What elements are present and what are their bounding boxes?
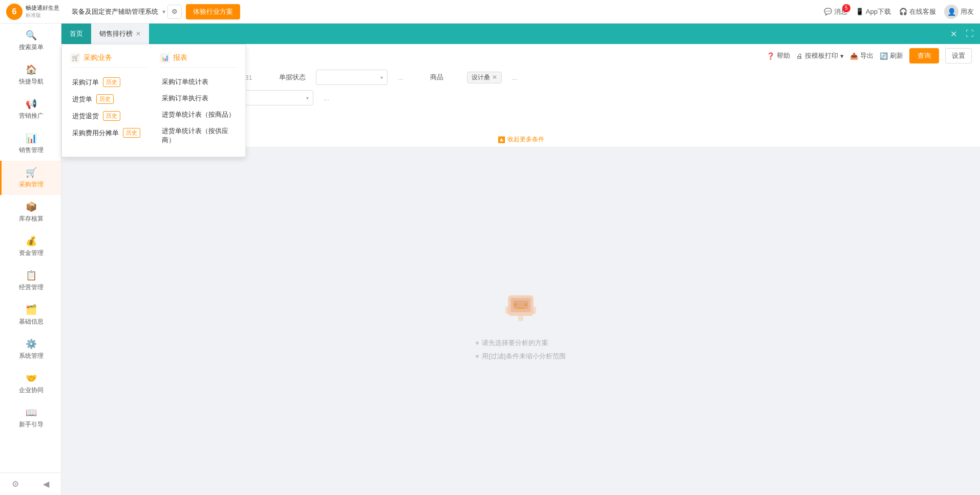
salesperson-dots[interactable]: ... xyxy=(324,94,329,102)
sidebar-label-basic: 基础信息 xyxy=(19,317,44,326)
message-button[interactable]: 💬 消息 5 xyxy=(824,7,847,16)
empty-state-text: 请先选择要分析的方案 用[过滤]条件来缩小分析范围 xyxy=(476,336,565,363)
refresh-label: 刷新 xyxy=(890,51,903,60)
svg-rect-6 xyxy=(518,316,523,321)
user-label: 用友 xyxy=(961,7,974,16)
bill-status-select[interactable]: ▾ xyxy=(316,70,388,85)
report-col-title: 📊 报表 xyxy=(160,53,237,68)
purchase-incoming-history[interactable]: 历史 xyxy=(96,94,114,104)
query-button[interactable]: 查询 xyxy=(909,48,939,63)
empty-line-2: 用[过滤]条件来缩小分析范围 xyxy=(476,350,565,363)
purchase-dropdown-menu: 🛒 采购业务 采购订单 历史 进货单 历史 进货退货 历史 xyxy=(61,44,246,157)
purchase-business-col: 🛒 采购业务 采购订单 历史 进货单 历史 进货退货 历史 xyxy=(70,53,147,148)
svg-rect-7 xyxy=(505,307,509,314)
tab-bar-right: ✕ ⛶ xyxy=(947,28,980,40)
report-col: 📊 报表 采购订单统计表 采购订单执行表 进货单统计表（按商品） 进货单统计表（… xyxy=(160,53,237,148)
sidebar-label-purchase: 采购管理 xyxy=(19,180,44,189)
incoming-stat-goods-item[interactable]: 进货单统计表（按商品） xyxy=(160,106,237,123)
system-title-area: 装备及固定资产辅助管理系统 ▾ xyxy=(72,7,165,16)
sidebar-item-system[interactable]: ⚙️ 系统管理 xyxy=(0,332,61,367)
sidebar: 🔍 搜索菜单 🏠 快捷导航 📢 营销推广 📊 销售管理 🛒 采购管理 📦 库存核… xyxy=(0,24,61,495)
help-button[interactable]: ❓ 帮助 xyxy=(766,51,790,60)
industry-plan-button[interactable]: 体验行业方案 xyxy=(186,4,240,19)
system-title-arrow-icon[interactable]: ▾ xyxy=(162,8,165,15)
purchase-expense-item[interactable]: 采购费用分摊单 历史 xyxy=(70,124,147,141)
sidebar-item-operation[interactable]: 📋 经营管理 xyxy=(0,264,61,298)
goods-filter-label: 商品 xyxy=(430,73,461,82)
svg-point-4 xyxy=(524,303,527,306)
refresh-button[interactable]: 🔄 刷新 xyxy=(880,51,903,60)
sidebar-item-enterprise[interactable]: 🤝 企业协同 xyxy=(0,367,61,401)
svg-rect-8 xyxy=(532,307,536,314)
incoming-stat-supplier-label: 进货单统计表（按供应商） xyxy=(162,126,235,145)
sales-icon: 📊 xyxy=(26,133,37,144)
sidebar-label-quicknav: 快捷导航 xyxy=(19,77,44,86)
tab-bar: 首页 销售排行榜 ✕ ✕ ⛶ xyxy=(61,24,980,44)
purchase-order-stat-label: 采购订单统计表 xyxy=(162,77,208,87)
print-label: 按模板打印 xyxy=(805,51,838,60)
sidebar-item-purchase[interactable]: 🛒 采购管理 xyxy=(0,161,61,195)
tab-close-window-button[interactable]: ✕ xyxy=(947,28,960,40)
sidebar-label-operation: 经营管理 xyxy=(19,283,44,292)
export-label: 导出 xyxy=(860,51,874,60)
user-avatar: 👤 xyxy=(944,5,958,19)
settings-button[interactable]: 设置 xyxy=(945,48,972,63)
purchase-order-history[interactable]: 历史 xyxy=(103,77,120,87)
app-download-button[interactable]: 📱 App下载 xyxy=(856,7,891,16)
logo-char: 6 xyxy=(12,7,17,16)
purchase-return-item[interactable]: 进货退货 历史 xyxy=(70,107,147,124)
incoming-stat-goods-label: 进货单统计表（按商品） xyxy=(162,110,235,119)
tab-sales-rank[interactable]: 销售排行榜 ✕ xyxy=(91,24,149,44)
brand-badge: 标准版 xyxy=(26,12,59,19)
sidebar-item-capital[interactable]: 💰 资金管理 xyxy=(0,229,61,264)
salesperson-select[interactable]: ▾ xyxy=(242,90,313,105)
export-button[interactable]: 📤 导出 xyxy=(850,51,874,60)
online-service-button[interactable]: 🎧 在线客服 xyxy=(899,7,936,16)
print-arrow-icon[interactable]: ▾ xyxy=(840,52,844,60)
sidebar-bottom: ⚙ ◀ xyxy=(0,472,61,495)
logo-area: 6 畅捷通好生意 标准版 xyxy=(6,4,68,20)
bill-status-dots[interactable]: ... xyxy=(398,74,403,81)
tab-sales-rank-label: 销售排行榜 xyxy=(99,29,133,38)
purchase-expense-history[interactable]: 历史 xyxy=(123,128,140,138)
goods-tag-value: 设计桑 xyxy=(472,73,490,82)
purchase-icon: 🛒 xyxy=(26,167,37,178)
incoming-stat-supplier-item[interactable]: 进货单统计表（按供应商） xyxy=(160,123,237,148)
purchase-business-title: 🛒 采购业务 xyxy=(70,53,147,68)
export-icon: 📤 xyxy=(850,52,858,60)
purchase-order-item[interactable]: 采购订单 历史 xyxy=(70,74,147,91)
sidebar-item-inventory[interactable]: 📦 库存核算 xyxy=(0,195,61,229)
tab-home[interactable]: 首页 xyxy=(61,24,91,44)
sidebar-label-marketing: 营销推广 xyxy=(19,112,44,120)
goods-dots[interactable]: ... xyxy=(512,74,518,81)
sidebar-item-marketing[interactable]: 📢 营销推广 xyxy=(0,92,61,126)
purchase-incoming-item[interactable]: 进货单 历史 xyxy=(70,91,147,107)
sidebar-item-quicknav[interactable]: 🏠 快捷导航 xyxy=(0,58,61,92)
purchase-order-stat-item[interactable]: 采购订单统计表 xyxy=(160,74,237,90)
sidebar-item-sales[interactable]: 📊 销售管理 xyxy=(0,126,61,161)
nav-container: 首页 销售排行榜 ✕ ✕ ⛶ 🛒 采购业务 xyxy=(61,24,980,44)
system-title: 装备及固定资产辅助管理系统 xyxy=(72,7,158,16)
purchase-incoming-label: 进货单 xyxy=(72,95,92,104)
online-service-label: 在线客服 xyxy=(909,7,936,16)
tab-expand-button[interactable]: ⛶ xyxy=(964,28,976,40)
purchase-order-exec-item[interactable]: 采购订单执行表 xyxy=(160,90,237,106)
sidebar-label-sales: 销售管理 xyxy=(19,146,44,155)
print-button[interactable]: 🖨 按模板打印 ▾ xyxy=(796,51,844,60)
settings-gear-button[interactable]: ⚙ xyxy=(167,5,182,19)
sidebar-item-search[interactable]: 🔍 搜索菜单 xyxy=(0,24,61,58)
empty-line-1: 请先选择要分析的方案 xyxy=(476,336,565,350)
sidebar-settings-button[interactable]: ⚙ xyxy=(12,479,19,489)
sidebar-item-basic[interactable]: 🗂️ 基础信息 xyxy=(0,298,61,332)
sidebar-item-newbie[interactable]: 📖 新手引导 xyxy=(0,401,61,435)
sidebar-label-newbie: 新手引导 xyxy=(19,420,44,429)
goods-tag-close-icon[interactable]: ✕ xyxy=(492,74,497,81)
goods-tag: 设计桑 ✕ xyxy=(467,72,502,83)
tab-close-icon[interactable]: ✕ xyxy=(136,30,141,37)
purchase-return-history[interactable]: 历史 xyxy=(103,111,120,121)
enterprise-icon: 🤝 xyxy=(26,373,37,384)
search-icon: 🔍 xyxy=(26,30,37,41)
purchase-expense-label: 采购费用分摊单 xyxy=(72,128,119,138)
user-area[interactable]: 👤 用友 xyxy=(944,5,974,19)
sidebar-collapse-button[interactable]: ◀ xyxy=(43,479,49,489)
